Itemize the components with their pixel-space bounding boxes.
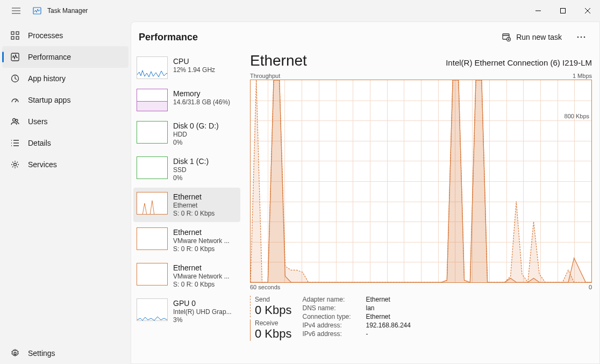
info-key: IPv6 address:	[303, 330, 362, 338]
chart-label-max: 1 Mbps	[573, 73, 592, 79]
app-icon	[32, 6, 42, 16]
app-title: Task Manager	[47, 7, 88, 15]
disk-thumbnail	[137, 156, 168, 179]
info-key: DNS name:	[303, 304, 362, 312]
nav-label: Settings	[28, 349, 55, 358]
grid-icon	[10, 30, 20, 41]
nav-label: Performance	[28, 53, 71, 61]
receive-block: Receive 0 Kbps	[250, 319, 292, 341]
perf-item-ethernet-2[interactable]: EthernetVMware Network ...S: 0 R: 0 Kbps	[133, 259, 240, 293]
maximize-button[interactable]	[551, 0, 575, 22]
send-block: Send 0 Kbps	[250, 296, 292, 317]
gpu-thumbnail	[137, 298, 168, 321]
perf-item-ethernet-0[interactable]: EthernetEthernetS: 0 R: 0 Kbps	[133, 188, 240, 222]
svg-point-14	[577, 37, 579, 38]
pulse-icon	[10, 52, 20, 62]
adapter-name: Intel(R) Ethernet Connection (6) I219-LM	[446, 58, 592, 67]
nav-app-history[interactable]: App history	[2, 68, 128, 89]
nav-performance[interactable]: Performance	[2, 46, 128, 68]
hamburger-button[interactable]	[6, 1, 26, 20]
window-controls	[526, 0, 600, 22]
perf-item-memory[interactable]: Memory14.6/31.8 GB (46%)	[133, 84, 240, 116]
svg-rect-1	[561, 9, 566, 13]
svg-rect-2	[11, 32, 14, 34]
svg-rect-3	[16, 32, 19, 34]
nav-services[interactable]: Services	[2, 154, 128, 175]
info-value: Ethernet	[366, 296, 411, 303]
perf-item-gpu0[interactable]: GPU 0Intel(R) UHD Grap...3%	[133, 294, 240, 329]
nav-processes[interactable]: Processes	[2, 25, 128, 46]
content: Performance Run new task CPU12% 1.94 GHz…	[131, 22, 600, 364]
chart-label-throughput: Throughput	[250, 73, 280, 79]
receive-value: 0 Kbps	[255, 327, 292, 341]
throughput-chart: 800 Kbps	[250, 80, 592, 283]
performance-list[interactable]: CPU12% 1.94 GHz Memory14.6/31.8 GB (46%)…	[131, 52, 242, 363]
run-task-icon	[502, 33, 511, 41]
close-button[interactable]	[575, 0, 600, 22]
sidebar: Processes Performance App history Startu…	[0, 22, 131, 364]
svg-point-15	[581, 37, 582, 38]
stats-row: Send 0 Kbps Receive 0 Kbps Adapter name:…	[250, 296, 592, 343]
settings-icon	[10, 348, 20, 359]
info-value: Ethernet	[366, 313, 411, 320]
titlebar: Task Manager	[0, 0, 600, 22]
nav-users[interactable]: Users	[2, 111, 128, 132]
detail-pane: Ethernet Intel(R) Ethernet Connection (6…	[242, 52, 599, 363]
svg-point-10	[14, 163, 17, 166]
cpu-thumbnail	[137, 56, 168, 79]
run-new-task-button[interactable]: Run new task	[496, 28, 568, 46]
perf-item-disk0[interactable]: Disk 0 (G: D:)HDD0%	[133, 117, 240, 151]
history-icon	[10, 73, 20, 84]
chart-x-end: 0	[589, 284, 592, 290]
perf-item-ethernet-1[interactable]: EthernetVMware Network ...S: 0 R: 0 Kbps	[133, 223, 240, 258]
more-options-button[interactable]	[570, 28, 592, 46]
svg-point-11	[14, 352, 16, 354]
gauge-icon	[10, 95, 20, 105]
detail-title: Ethernet	[250, 52, 307, 69]
svg-point-16	[584, 37, 585, 38]
info-value: 192.168.86.244	[366, 322, 411, 329]
nav-label: App history	[28, 74, 66, 83]
users-icon	[10, 116, 20, 127]
svg-point-8	[13, 119, 16, 122]
nav-label: Processes	[28, 31, 63, 40]
minimize-button[interactable]	[526, 0, 551, 22]
ethernet-thumbnail	[137, 263, 168, 286]
ethernet-thumbnail	[137, 192, 168, 215]
gear-icon	[10, 159, 20, 170]
nav-label: Startup apps	[28, 96, 70, 104]
chart-x-start: 60 seconds	[250, 284, 280, 290]
memory-thumbnail	[137, 89, 168, 111]
info-key: IPv4 address:	[303, 322, 362, 329]
perf-item-cpu[interactable]: CPU12% 1.94 GHz	[133, 52, 240, 83]
run-task-label: Run new task	[516, 33, 562, 41]
perf-item-disk1[interactable]: Disk 1 (C:)SSD0%	[133, 152, 240, 187]
ethernet-thumbnail	[137, 227, 168, 250]
page-title: Performance	[139, 32, 198, 43]
info-value: lan	[366, 304, 411, 312]
info-key: Connection type:	[303, 313, 362, 320]
nav-details[interactable]: Details	[2, 132, 128, 154]
info-key: Adapter name:	[303, 296, 362, 303]
svg-rect-4	[11, 37, 14, 39]
svg-rect-5	[16, 37, 19, 39]
info-grid: Adapter name:EthernetDNS name:lanConnect…	[303, 296, 411, 343]
nav-label: Services	[28, 160, 57, 169]
nav-label: Users	[28, 117, 48, 126]
content-header: Performance Run new task	[131, 22, 599, 52]
disk-thumbnail	[137, 121, 168, 144]
info-value: -	[366, 330, 411, 338]
nav-label: Details	[28, 139, 51, 147]
nav-startup-apps[interactable]: Startup apps	[2, 89, 128, 111]
svg-point-9	[16, 119, 18, 122]
list-icon	[10, 138, 20, 148]
nav-settings[interactable]: Settings	[2, 342, 128, 364]
send-value: 0 Kbps	[255, 303, 292, 317]
